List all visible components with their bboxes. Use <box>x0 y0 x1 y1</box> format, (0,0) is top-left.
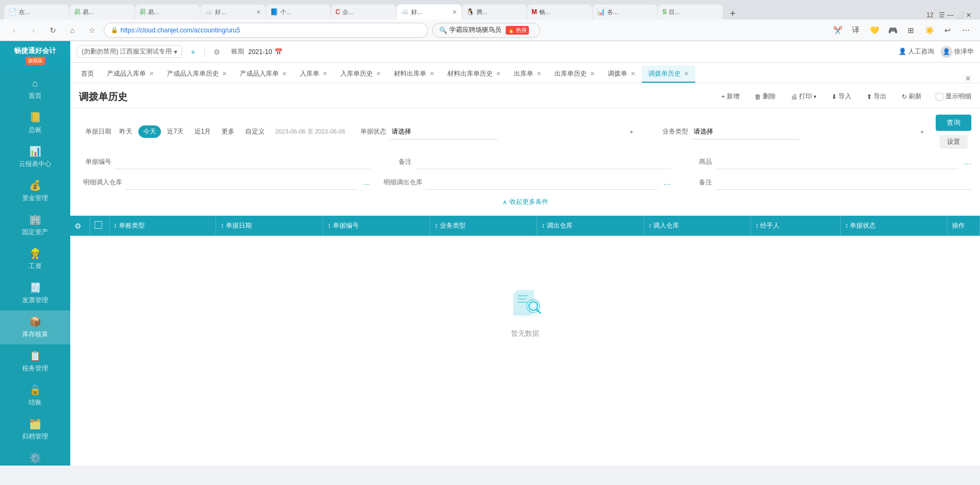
date-btn-1month[interactable]: 近1月 <box>190 125 216 138</box>
app-tab-product-in[interactable]: 产成品入库单 ✕ <box>100 65 160 83</box>
browser-tab-2[interactable]: 易 易... <box>70 4 135 19</box>
th-biz-type[interactable]: ↕ 业务类型 <box>430 216 537 236</box>
app-tab-transfer-history[interactable]: 调拨单历史 ✕ <box>642 65 695 83</box>
undo-icon[interactable]: ↩ <box>940 23 955 38</box>
browser-tab-1[interactable]: 📄 在... <box>4 4 69 19</box>
user-avatar[interactable]: 👤 徐泽华 <box>941 46 974 58</box>
app-tab-transfer-close[interactable]: ✕ <box>630 70 635 77</box>
app-tab-inbound-close[interactable]: ✕ <box>323 70 327 77</box>
more-icon[interactable]: ⋯ <box>958 23 974 38</box>
sidebar-item-inventory[interactable]: 📦 库存核算 <box>0 310 70 344</box>
sidebar-item-salary[interactable]: 👷 工资 <box>0 242 70 276</box>
translate-icon[interactable]: 译 <box>848 23 863 38</box>
browser-tab-9[interactable]: M 畅... <box>527 4 592 19</box>
display-toggle[interactable]: 显示明细 <box>936 92 971 101</box>
sidebar-item-assets[interactable]: 🏢 固定资产 <box>0 208 70 242</box>
browser-tab-3[interactable]: 易 易... <box>135 4 200 19</box>
wallet-icon[interactable]: 💛 <box>867 23 882 38</box>
period-value[interactable]: 2021-10 📅 <box>249 48 283 56</box>
company-settings[interactable]: ⚙ <box>213 48 220 56</box>
sidebar-item-home[interactable]: ⌂ 首页 <box>0 72 70 106</box>
th-doc-date[interactable]: ↕ 单据日期 <box>216 216 323 236</box>
th-status[interactable]: ↕ 单据状态 <box>841 216 948 236</box>
sidebar-item-reports[interactable]: 📊 云报表中心 <box>0 140 70 174</box>
collapse-btn[interactable]: ∧ 收起更多条件 <box>79 195 971 209</box>
biz-type-select[interactable]: 请选择 <box>692 124 800 139</box>
detail-remark-input[interactable] <box>715 175 971 190</box>
goods-dots-btn[interactable]: … <box>964 157 971 166</box>
goods-input[interactable] <box>715 154 958 169</box>
app-tab-outbound-history[interactable]: 出库单历史 ✕ <box>548 65 601 83</box>
app-tab-material-out-history-close[interactable]: ✕ <box>496 70 501 77</box>
app-tab-outbound-close[interactable]: ✕ <box>536 70 541 77</box>
minimize-btn[interactable]: — <box>947 11 954 19</box>
close-browser-btn[interactable]: ✕ <box>966 11 971 19</box>
sidebar-item-invoice[interactable]: 🧾 发票管理 <box>0 276 70 310</box>
th-handler[interactable]: ↕ 经手人 <box>751 216 841 236</box>
select-all-checkbox[interactable] <box>95 221 102 229</box>
filter-settings-btn[interactable]: 设置 <box>939 135 968 149</box>
add-company-btn[interactable]: + <box>191 48 195 56</box>
new-btn[interactable]: + 新增 <box>716 90 745 103</box>
date-btn-today[interactable]: 今天 <box>138 125 161 138</box>
app-tab-outbound[interactable]: 出库单 ✕ <box>507 65 548 83</box>
game-icon[interactable]: 🎮 <box>885 23 900 38</box>
app-tab-material-out[interactable]: 材料出库单 ✕ <box>387 65 441 83</box>
app-tab-outbound-history-close[interactable]: ✕ <box>590 70 595 77</box>
app-tab-product-in2-close[interactable]: ✕ <box>282 70 287 77</box>
browser-search-bar[interactable]: 🔍 学霸应聘场驱鸟员 🔥 热搜 <box>432 23 540 38</box>
th-doc-type[interactable]: ↕ 单账类型 <box>109 216 216 236</box>
browser-tab-7[interactable]: ☁️ 好... ✕ <box>397 4 461 19</box>
refresh-btn[interactable]: ↻ 刷新 <box>896 90 927 103</box>
sidebar-item-funds[interactable]: 💰 资金管理 <box>0 174 70 208</box>
service-btn[interactable]: 👤 人工咨询 <box>898 47 934 56</box>
query-btn[interactable]: 查询 <box>936 115 971 131</box>
detail-out-input[interactable] <box>426 175 658 190</box>
forward-btn[interactable]: › <box>26 23 41 38</box>
th-out-warehouse[interactable]: ↕ 调出仓库 <box>537 216 644 236</box>
browser-tab-7-close[interactable]: ✕ <box>452 9 457 16</box>
app-tab-product-in2[interactable]: 产成品入库单 ✕ <box>233 65 293 83</box>
favorite-btn[interactable]: ☆ <box>84 23 99 38</box>
date-btn-7days[interactable]: 近7天 <box>162 125 189 138</box>
grid-icon[interactable]: ⊞ <box>903 23 918 38</box>
table-gear-icon[interactable]: ⚙ <box>75 222 82 230</box>
back-btn[interactable]: ‹ <box>6 23 22 38</box>
app-tab-product-in-history[interactable]: 产成品入库单历史 ✕ <box>160 65 233 83</box>
close-all-tabs-btn[interactable]: ✕ <box>961 74 976 83</box>
export-btn[interactable]: ⬆ 导出 <box>861 90 892 103</box>
docnum-input[interactable] <box>115 154 371 169</box>
app-tab-inbound-history[interactable]: 入库单历史 ✕ <box>334 65 387 83</box>
app-tab-home[interactable]: 首页 <box>75 65 100 83</box>
th-gear[interactable]: ⚙ <box>70 216 90 236</box>
refresh-browser-btn[interactable]: ↻ <box>45 23 61 38</box>
detail-out-dots-btn[interactable]: … <box>663 178 671 187</box>
th-in-warehouse[interactable]: ↕ 调入仓库 <box>644 216 751 236</box>
delete-btn[interactable]: 🗑 删除 <box>749 90 781 103</box>
remark-input[interactable] <box>415 154 671 169</box>
print-btn[interactable]: 🖨 打印 ▾ <box>786 90 822 103</box>
app-tab-material-out-close[interactable]: ✕ <box>429 70 434 77</box>
detail-in-input[interactable] <box>125 175 358 190</box>
th-checkbox[interactable] <box>90 216 109 236</box>
toggle-checkbox[interactable] <box>936 93 943 101</box>
detail-in-dots-btn[interactable]: … <box>363 178 371 187</box>
app-tab-material-out-history[interactable]: 材料出库单历史 ✕ <box>441 65 507 83</box>
app-tab-transfer-history-close[interactable]: ✕ <box>684 70 689 77</box>
browser-tab-4[interactable]: ☁️ 好... ✕ <box>200 4 265 19</box>
browser-tab-6[interactable]: C 企... <box>331 4 396 19</box>
new-tab-btn[interactable]: + <box>726 8 740 19</box>
sidebar-item-ledger[interactable]: 📒 总账 <box>0 106 70 140</box>
app-tab-inbound-history-close[interactable]: ✕ <box>376 70 381 77</box>
browser-tab-5[interactable]: 📘 个... <box>266 4 331 19</box>
app-tab-inbound[interactable]: 入库单 ✕ <box>293 65 334 83</box>
company-selector[interactable]: (勿删勿禁用) 江西服宝测试专用 ▾ <box>77 45 182 58</box>
restore-btn[interactable]: ⬜ <box>956 11 964 19</box>
th-doc-number[interactable]: ↕ 单据编号 <box>323 216 430 236</box>
browser-tab-10[interactable]: 📊 各... <box>593 4 657 19</box>
import-btn[interactable]: ⬇ 导入 <box>826 90 857 103</box>
tab-menu-icon[interactable]: ☰ <box>939 11 945 19</box>
home-btn[interactable]: ⌂ <box>65 23 80 38</box>
sidebar-item-closing[interactable]: 🔒 结账 <box>0 378 70 413</box>
browser-tab-8[interactable]: 🐧 腾... <box>462 4 527 19</box>
